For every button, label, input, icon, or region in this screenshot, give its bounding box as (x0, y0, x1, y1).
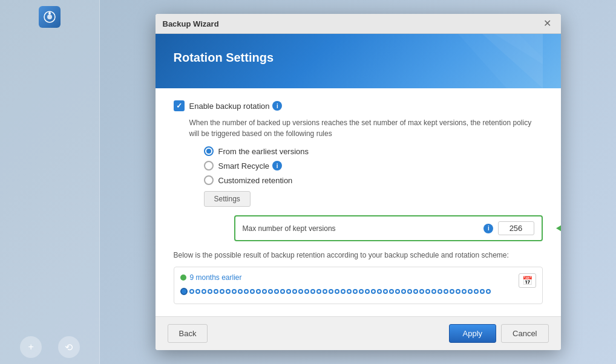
max-versions-info-icon[interactable]: i (483, 224, 493, 233)
footer-right: Apply Cancel (449, 324, 549, 343)
radio-earliest[interactable] (204, 146, 214, 156)
timeline-dot-28 (359, 289, 364, 294)
timeline-dot-0 (189, 289, 194, 294)
modal-titlebar: Backup Wizard ✕ (156, 14, 561, 34)
modal-header: Rotation Settings (156, 34, 561, 88)
max-versions-input[interactable] (498, 221, 534, 235)
timeline-dot-35 (401, 289, 406, 294)
timeline-dot-3 (208, 289, 212, 294)
modal-footer: Back Apply Cancel (156, 316, 561, 350)
rotation-description: When the number of backed up versions re… (189, 117, 543, 139)
back-button[interactable]: Back (168, 324, 208, 343)
timeline-dot-13 (268, 289, 273, 294)
timeline-dot-37 (413, 289, 418, 294)
timeline-dot-17 (292, 289, 297, 294)
timeline-dot-20 (310, 289, 315, 294)
timeline-start-dot (180, 288, 188, 295)
timeline-dot-12 (262, 289, 267, 294)
timeline-dot-38 (419, 289, 424, 294)
taskbar-left: + ⟲ (0, 0, 100, 364)
radio-row-earliest: From the earliest versions (204, 146, 543, 156)
timeline-dot-22 (323, 289, 327, 294)
timeline-dot-36 (407, 289, 412, 294)
max-versions-label: Max number of kept versions (243, 224, 481, 233)
app-icon[interactable] (39, 6, 61, 28)
timeline-dot-41 (437, 289, 442, 294)
max-versions-row: Max number of kept versions i (234, 215, 543, 241)
timeline-dot-48 (480, 289, 485, 294)
apply-button[interactable]: Apply (449, 324, 497, 343)
timeline-dot-9 (244, 289, 249, 294)
svg-point-1 (47, 15, 52, 19)
below-description: Below is the possible result of backup r… (174, 250, 543, 261)
timeline-dot-43 (450, 289, 454, 294)
timeline-dot-15 (280, 289, 285, 294)
timeline-dot-30 (371, 289, 376, 294)
modal-title: Backup Wizard (163, 19, 219, 28)
settings-area: Settings (204, 191, 543, 207)
radio-row-custom: Customized retention (204, 175, 543, 185)
radio-group: From the earliest versions Smart Recycle… (204, 146, 543, 185)
timeline-dot-23 (329, 289, 333, 294)
timeline-dot (180, 275, 186, 281)
timeline-dot-14 (274, 289, 279, 294)
timeline-dot-26 (347, 289, 352, 294)
calendar-button[interactable]: 📅 (519, 273, 536, 288)
timeline-dot-47 (474, 289, 479, 294)
timeline-dot-32 (383, 289, 388, 294)
close-button[interactable]: ✕ (541, 19, 554, 28)
timeline-dot-27 (353, 289, 358, 294)
radio-custom-label: Customized retention (218, 176, 293, 185)
max-versions-container: Max number of kept versions i (204, 215, 543, 241)
radio-custom-retention[interactable] (204, 175, 214, 185)
timeline-dot-40 (431, 289, 436, 294)
timeline-dot-46 (468, 289, 473, 294)
timeline-dot-8 (238, 289, 243, 294)
desktop: + ⟲ Backup Wizard ✕ Rotation Settings (0, 0, 616, 364)
radio-earliest-label: From the earliest versions (218, 147, 309, 156)
timeline-dot-1 (195, 289, 200, 294)
timeline-dot-24 (335, 289, 339, 294)
rotation-settings-title: Rotation Settings (174, 51, 543, 65)
add-button[interactable]: + (20, 336, 42, 358)
settings-button[interactable]: Settings (204, 191, 251, 207)
timeline-dot-2 (202, 289, 206, 294)
timeline-dot-42 (444, 289, 448, 294)
radio-smart-label: Smart Recycle (218, 161, 270, 171)
smart-recycle-info-icon[interactable]: i (272, 161, 282, 171)
timeline-track (180, 285, 536, 297)
timeline-dot-11 (256, 289, 261, 294)
timeline-dot-21 (316, 289, 321, 294)
taskbar-bottom: + ⟲ (0, 336, 100, 358)
enable-rotation-info-icon[interactable]: i (272, 101, 282, 111)
timeline-container: 📅 9 months earlier (174, 267, 543, 304)
timeline-label: 9 months earlier (180, 273, 536, 282)
svg-point-2 (48, 12, 51, 15)
backup-wizard-dialog: Backup Wizard ✕ Rotation Settings Enable… (156, 14, 561, 350)
timeline-dot-4 (214, 289, 218, 294)
radio-row-smart: Smart Recycle i (204, 161, 543, 171)
timeline-dot-16 (286, 289, 291, 294)
enable-rotation-row: Enable backup rotation i (174, 100, 543, 111)
timeline-dot-34 (395, 289, 400, 294)
timeline-dot-29 (365, 289, 370, 294)
timeline-dot-6 (226, 289, 231, 294)
footer-left: Back (168, 324, 208, 343)
timeline-dot-5 (220, 289, 224, 294)
enable-rotation-label: Enable backup rotation (189, 102, 270, 111)
timeline-dot-39 (425, 289, 430, 294)
timeline-dot-7 (232, 289, 237, 294)
timeline-dot-18 (298, 289, 303, 294)
enable-rotation-checkbox[interactable] (174, 100, 185, 111)
modal-body: Enable backup rotation i When the number… (156, 88, 561, 316)
timeline-dot-44 (456, 289, 460, 294)
radio-smart[interactable] (204, 161, 214, 171)
timeline-dot-10 (250, 289, 255, 294)
cancel-button[interactable]: Cancel (501, 324, 548, 343)
timeline-dots-row (189, 289, 536, 294)
timeline-dot-33 (389, 289, 394, 294)
history-button[interactable]: ⟲ (58, 336, 80, 358)
modal-overlay: Backup Wizard ✕ Rotation Settings Enable… (100, 0, 616, 364)
timeline-dot-25 (341, 289, 346, 294)
timeline-dot-19 (304, 289, 309, 294)
